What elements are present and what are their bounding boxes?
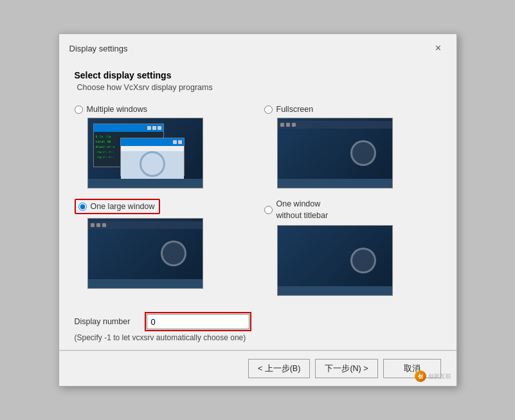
option-no-titlebar-top: One windowwithout titlebar xyxy=(264,199,329,221)
option-multiple-windows: Multiple windows $ ls -la xyxy=(75,105,251,188)
display-number-label: Display number xyxy=(75,317,139,326)
footer: < 上一步(B) 下一步(N) > 取消 创 创新互联 xyxy=(59,351,456,386)
option-no-titlebar: One windowwithout titlebar xyxy=(264,199,441,296)
taskbar-large xyxy=(88,279,203,288)
back-button[interactable]: < 上一步(B) xyxy=(248,359,310,378)
small-bar-large xyxy=(88,221,203,229)
thumbnail-no-titlebar xyxy=(277,225,393,296)
label-no-titlebar[interactable]: One windowwithout titlebar xyxy=(276,199,329,221)
taskbar-full xyxy=(278,179,392,188)
label-fullscreen[interactable]: Fullscreen xyxy=(276,105,314,114)
watermark-text: 创新互联 xyxy=(428,372,451,381)
desktop-bg-multi: $ ls -la total 48 drwxr-xr-x -rw-r--r-- … xyxy=(88,118,203,188)
dialog: Display settings × Select display settin… xyxy=(59,33,457,387)
label-one-large-window[interactable]: One large window xyxy=(91,202,155,211)
dialog-title: Display settings xyxy=(69,44,128,53)
desktop-bg-full xyxy=(278,118,392,188)
radio-no-titlebar[interactable] xyxy=(264,206,273,214)
radio-highlight-box: One large window xyxy=(75,199,160,214)
radio-multiple-windows[interactable] xyxy=(75,105,83,114)
header-title: Select display settings xyxy=(75,70,441,80)
radio-one-large-window[interactable] xyxy=(78,203,87,211)
watermark-logo: 创 xyxy=(415,370,426,382)
display-number-hint: (Specify -1 to let vcxsrv automatically … xyxy=(75,333,441,342)
mock-window-2 xyxy=(120,138,185,176)
mock-titlebar-2 xyxy=(121,138,184,146)
label-multiple-windows[interactable]: Multiple windows xyxy=(87,105,147,114)
option-one-large-window: One large window xyxy=(75,199,251,296)
options-grid: Multiple windows $ ls -la xyxy=(75,105,441,296)
header-subtitle: Choose how VcXsrv display programs xyxy=(77,83,441,92)
mock-circle xyxy=(140,151,165,177)
title-bar: Display settings × xyxy=(59,34,456,60)
radio-fullscreen[interactable] xyxy=(264,105,273,114)
watermark: 创 创新互联 xyxy=(415,370,451,382)
next-button[interactable]: 下一步(N) > xyxy=(315,359,377,378)
mock-content-2 xyxy=(121,151,184,181)
display-number-section: Display number (Specify -1 to let vcxsrv… xyxy=(75,314,441,342)
content-area: Select display settings Choose how VcXsr… xyxy=(59,60,456,350)
taskbar-notitle xyxy=(278,286,392,295)
desktop-icon-large xyxy=(161,241,186,266)
desktop-bg-large xyxy=(88,219,203,288)
desktop-icon-notitle xyxy=(350,248,376,273)
option-fullscreen-top: Fullscreen xyxy=(264,105,314,114)
display-number-row: Display number xyxy=(75,314,441,329)
header-section: Select display settings Choose how VcXsr… xyxy=(75,70,441,92)
option-multiple-windows-top: Multiple windows xyxy=(75,105,147,114)
display-number-input[interactable] xyxy=(147,314,249,329)
desktop-bg-notitle xyxy=(278,226,392,295)
thumbnail-one-large xyxy=(87,218,203,289)
mock-titlebar-1 xyxy=(94,124,163,132)
option-fullscreen: Fullscreen xyxy=(264,105,441,188)
thumbnail-multiple-windows: $ ls -la total 48 drwxr-xr-x -rw-r--r-- … xyxy=(87,118,203,188)
option-one-large-top: One large window xyxy=(75,199,160,214)
taskbar-multi xyxy=(88,179,203,188)
small-bar-full xyxy=(278,121,392,129)
desktop-icon-full xyxy=(350,140,376,166)
close-button[interactable]: × xyxy=(431,41,446,56)
thumbnail-fullscreen xyxy=(277,118,393,188)
